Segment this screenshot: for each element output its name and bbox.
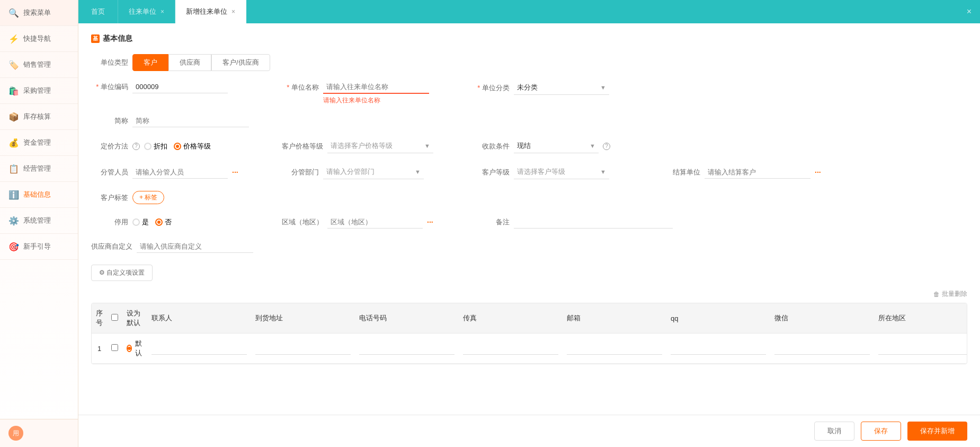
sidebar-item-label: 快捷导航: [23, 34, 51, 43]
form-group-department: 分管部门 请输入分管部门 ▼: [282, 165, 451, 179]
form-group-customer-level: 客户等级 请选择客户等级 ▼: [473, 165, 642, 179]
customer-level-select[interactable]: 请选择客户等级 ▼: [514, 165, 609, 179]
unit-type-customer-btn[interactable]: 客户: [132, 54, 168, 71]
th-seq: 序号: [92, 303, 107, 334]
form-group-payment-terms: 收款条件 现结 ▼ ?: [473, 139, 642, 153]
radio-yes-label: 是: [142, 217, 149, 227]
contact-input[interactable]: [152, 342, 247, 355]
department-select[interactable]: 请输入分管部门 ▼: [323, 165, 424, 179]
supplier-custom-input[interactable]: [137, 240, 253, 253]
qq-input[interactable]: [671, 342, 766, 355]
manager-more-btn[interactable]: ···: [232, 168, 238, 177]
sidebar-item-quicknav[interactable]: ⚡ 快捷导航: [0, 26, 78, 52]
form-group-short-name: 简称: [91, 115, 261, 127]
remark-input[interactable]: [514, 216, 673, 229]
save-new-button[interactable]: 保存并新增: [907, 422, 967, 441]
tab-transactions-label: 往来单位: [129, 7, 156, 16]
radio-no[interactable]: 否: [155, 217, 172, 227]
region-input[interactable]: [327, 216, 423, 229]
content-area: 基 基本信息 单位类型 客户 供应商 客户/供应商 单位编码 单位名称: [78, 23, 980, 415]
window-close-icon[interactable]: ×: [967, 7, 972, 16]
form-group-tags: 客户标签 + 标签: [91, 191, 261, 204]
form-group-remark: 备注: [473, 216, 673, 229]
sidebar-item-search[interactable]: 🔍 搜索菜单: [0, 0, 78, 26]
settlement-unit-input[interactable]: [705, 166, 810, 179]
td-address: [251, 334, 355, 364]
search-icon: 🔍: [8, 7, 19, 18]
sidebar-item-label: 销售管理: [23, 60, 51, 69]
tab-new-transaction[interactable]: 新增往来单位 ×: [175, 0, 246, 23]
section-title-basic-info: 基 基本信息: [91, 34, 967, 43]
td-seq: 1: [92, 334, 107, 364]
customer-price-select[interactable]: 请选择客户价格等级 ▼: [327, 139, 433, 153]
sidebar-item-finance[interactable]: 💰 资金管理: [0, 130, 78, 156]
settlement-unit-more-btn[interactable]: ···: [815, 168, 821, 177]
pricing-method-label: 定价方法: [91, 142, 128, 151]
row-default-circle: [127, 345, 132, 352]
fax-input[interactable]: [463, 342, 558, 355]
row-region-input[interactable]: [878, 342, 967, 355]
customer-price-label: 客户价格等级: [282, 142, 323, 151]
th-phone: 电话号码: [355, 303, 459, 334]
radio-yes[interactable]: 是: [132, 217, 149, 227]
row-default-dot: [128, 347, 131, 350]
address-input[interactable]: [255, 342, 351, 355]
manager-label: 分管人员: [91, 168, 128, 177]
sidebar-item-sales[interactable]: 🏷️ 销售管理: [0, 52, 78, 78]
tab-home[interactable]: 首页: [78, 0, 118, 23]
unit-code-input[interactable]: [132, 81, 228, 93]
cancel-button[interactable]: 取消: [814, 422, 854, 441]
save-button[interactable]: 保存: [861, 422, 901, 441]
sidebar-item-label: 经营管理: [23, 164, 51, 173]
sidebar: 🔍 搜索菜单 ⚡ 快捷导航 🏷️ 销售管理 🛍️ 采购管理 📦 库存核算 💰 资…: [0, 0, 78, 447]
payment-terms-label: 收款条件: [473, 142, 510, 151]
sidebar-item-purchase[interactable]: 🛍️ 采购管理: [0, 78, 78, 104]
manager-input[interactable]: [132, 166, 228, 179]
customer-price-chevron: ▼: [424, 143, 430, 149]
department-label: 分管部门: [282, 168, 319, 177]
sidebar-item-label: 采购管理: [23, 86, 51, 95]
payment-terms-select[interactable]: 现结 ▼: [514, 139, 599, 153]
unit-name-input[interactable]: [323, 81, 429, 94]
td-default: 默认: [122, 334, 147, 364]
sidebar-item-basic-info[interactable]: ℹ️ 基础信息: [0, 182, 78, 208]
customer-price-value: 请选择客户价格等级: [331, 141, 422, 151]
sidebar-item-inventory[interactable]: 📦 库存核算: [0, 104, 78, 130]
tags-label: 客户标签: [91, 193, 128, 203]
row-default-radio[interactable]: 默认: [127, 339, 143, 358]
add-tag-btn[interactable]: + 标签: [132, 191, 164, 204]
custom-settings-btn[interactable]: ⚙ 自定义项设置: [91, 265, 153, 281]
wechat-input[interactable]: [774, 342, 870, 355]
select-all-checkbox[interactable]: [111, 314, 118, 321]
unit-code-label: 单位编码: [91, 82, 128, 92]
settlement-unit-label: 结算单位: [663, 168, 700, 177]
tab-transactions-close[interactable]: ×: [161, 8, 164, 15]
form-row-tags: 客户标签 + 标签: [91, 191, 967, 206]
row-checkbox[interactable]: [111, 344, 118, 351]
batch-delete-btn[interactable]: 🗑 批量删除: [933, 290, 967, 299]
tab-new-transaction-close[interactable]: ×: [231, 8, 235, 15]
unit-type-label: 单位类型: [91, 58, 128, 67]
unit-category-select[interactable]: 未分类 ▼: [514, 81, 609, 95]
sidebar-item-system[interactable]: ⚙️ 系统管理: [0, 208, 78, 234]
radio-discount[interactable]: 折扣: [144, 142, 167, 151]
radio-no-circle: [155, 218, 163, 226]
region-more-btn[interactable]: ···: [427, 218, 433, 226]
radio-price-level[interactable]: 价格等级: [174, 142, 211, 151]
phone-input[interactable]: [359, 342, 455, 355]
tab-transactions[interactable]: 往来单位 ×: [118, 0, 175, 23]
short-name-label: 简称: [91, 116, 128, 126]
email-input[interactable]: [567, 342, 662, 355]
payment-terms-help-icon[interactable]: ?: [603, 143, 610, 150]
sales-icon: 🏷️: [8, 59, 19, 70]
sidebar-item-guide[interactable]: 🎯 新手引导: [0, 234, 78, 260]
table-header-row: 序号 设为默认 联系人 到货地址 电话号码 传真 邮箱 qq 微信 所在地区 操…: [92, 303, 967, 334]
short-name-input[interactable]: [132, 115, 249, 127]
region-label: 区域（地区）: [282, 217, 323, 227]
form-row-supplier-custom: 供应商自定义: [91, 240, 967, 255]
unit-type-supplier-btn[interactable]: 供应商: [168, 54, 211, 71]
sidebar-item-operations[interactable]: 📋 经营管理: [0, 156, 78, 182]
unit-type-both-btn[interactable]: 客户/供应商: [211, 54, 270, 71]
pricing-method-help-icon[interactable]: ?: [132, 143, 140, 150]
department-chevron: ▼: [415, 169, 421, 175]
